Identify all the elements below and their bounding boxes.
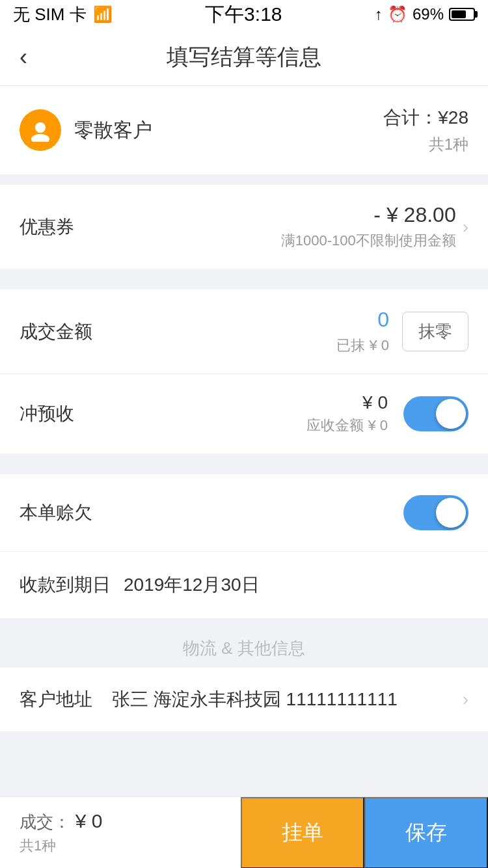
- status-time: 下午3:18: [205, 1, 282, 28]
- due-date-value[interactable]: 2019年12月30日: [124, 573, 260, 597]
- address-chevron-icon: ›: [463, 689, 468, 710]
- transaction-sub: 已抹 ¥ 0: [336, 336, 389, 355]
- coupon-section: 优惠券 - ¥ 28.00 满1000-100不限制使用金额 ›: [0, 185, 488, 269]
- prereceive-val-col: ¥ 0 应收金额 ¥ 0: [306, 392, 388, 435]
- credit-toggle-knob: [436, 498, 466, 528]
- coupon-label: 优惠券: [20, 215, 74, 239]
- coupon-value-right: - ¥ 28.00 满1000-100不限制使用金额: [74, 203, 456, 251]
- coupon-row[interactable]: 优惠券 - ¥ 28.00 满1000-100不限制使用金额 ›: [0, 185, 488, 269]
- toggle-knob: [436, 399, 466, 429]
- transaction-section: 成交金额 0 已抹 ¥ 0 抹零 冲预收 ¥ 0 应收金额 ¥ 0: [0, 290, 488, 454]
- bottom-count: 共1种: [20, 836, 221, 856]
- customer-section: 零散客户 合计：¥28 共1种: [0, 86, 488, 174]
- address-section: 客户地址 张三 海淀永丰科技园 11111111111 ›: [0, 668, 488, 731]
- wifi-icon: 📶: [93, 5, 113, 23]
- customer-name: 零散客户: [74, 117, 152, 144]
- nav-bar: ‹ 填写结算等信息: [0, 29, 488, 86]
- location-icon: ↑: [375, 5, 383, 23]
- save-button[interactable]: 保存: [364, 797, 488, 869]
- credit-label: 本单赊欠: [20, 500, 92, 525]
- section-divider-1: [0, 279, 488, 290]
- hold-button[interactable]: 挂单: [241, 797, 364, 869]
- address-value: 张三 海淀永丰科技园 11111111111: [112, 687, 456, 712]
- bottom-deal-amount: ¥ 0: [75, 810, 103, 832]
- customer-right: 合计：¥28 共1种: [383, 105, 468, 155]
- battery-percent: 69%: [413, 5, 444, 23]
- round-button[interactable]: 抹零: [402, 312, 468, 351]
- address-label: 客户地址: [20, 687, 92, 712]
- logistics-divider: 物流 & 其他信息: [0, 629, 488, 668]
- credit-section: 本单赊欠 收款到期日 2019年12月30日: [0, 474, 488, 618]
- avatar: [20, 109, 61, 151]
- status-left: 无 SIM 卡 📶: [13, 3, 113, 26]
- amount-input-right: 0 已抹 ¥ 0 抹零: [336, 308, 468, 355]
- amount-value-col: 0 已抹 ¥ 0: [336, 308, 389, 355]
- svg-point-0: [35, 122, 46, 133]
- due-date-row: 收款到期日 2019年12月30日: [0, 552, 488, 618]
- address-row[interactable]: 客户地址 张三 海淀永丰科技园 11111111111 ›: [0, 668, 488, 731]
- alarm-icon: ⏰: [388, 5, 407, 23]
- prereceive-toggle[interactable]: [403, 396, 468, 431]
- status-bar: 无 SIM 卡 📶 下午3:18 ↑ ⏰ 69%: [0, 0, 488, 29]
- prereceive-right: ¥ 0 应收金额 ¥ 0: [306, 392, 468, 435]
- chevron-right-icon: ›: [463, 217, 468, 237]
- main-content: 零散客户 合计：¥28 共1种 优惠券 - ¥ 28.00 满1000-100不…: [0, 86, 488, 820]
- transaction-amount-row: 成交金额 0 已抹 ¥ 0 抹零: [0, 290, 488, 374]
- credit-toggle[interactable]: [403, 495, 468, 530]
- credit-row: 本单赊欠: [0, 474, 488, 552]
- section-divider-2: [0, 464, 488, 474]
- page-title: 填写结算等信息: [167, 42, 321, 72]
- status-right: ↑ ⏰ 69%: [375, 5, 475, 23]
- prereceive-row: 冲预收 ¥ 0 应收金额 ¥ 0: [0, 374, 488, 454]
- customer-count: 共1种: [383, 134, 468, 155]
- battery-icon: [449, 8, 475, 21]
- svg-point-1: [31, 134, 49, 142]
- transaction-label: 成交金额: [20, 319, 92, 344]
- prereceive-sub: 应收金额 ¥ 0: [306, 416, 388, 435]
- coupon-desc: 满1000-100不限制使用金额: [74, 231, 456, 251]
- customer-left: 零散客户: [20, 109, 152, 151]
- due-date-label: 收款到期日: [20, 573, 111, 597]
- prereceive-label: 冲预收: [20, 401, 74, 426]
- sim-indicator: 无 SIM 卡: [13, 3, 87, 26]
- bottom-deal-line: 成交： ¥ 0: [20, 810, 221, 834]
- logistics-label: 物流 & 其他信息: [183, 637, 305, 660]
- prereceive-amount: ¥ 0: [306, 392, 388, 413]
- customer-total: 合计：¥28: [383, 105, 468, 130]
- back-button[interactable]: ‹: [20, 44, 27, 71]
- transaction-value[interactable]: 0: [336, 308, 389, 332]
- coupon-amount: - ¥ 28.00: [74, 203, 456, 227]
- bottom-bar: 成交： ¥ 0 共1种 挂单 保存: [0, 796, 488, 868]
- bottom-deal-label: 成交：: [20, 812, 70, 832]
- bottom-info: 成交： ¥ 0 共1种: [0, 810, 241, 856]
